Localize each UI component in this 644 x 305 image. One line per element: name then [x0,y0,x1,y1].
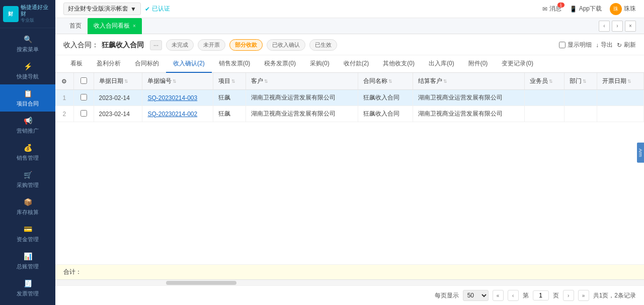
status-incomplete-button[interactable]: 未完成 [166,39,194,51]
next-page-button[interactable]: › [563,290,574,301]
tab-2[interactable]: 合同标的 [128,55,166,73]
sidebar-item-4[interactable]: 💰销售管理 [0,139,55,166]
page-label: 页 [553,291,559,300]
sidebar-item-7[interactable]: 💳资金管理 [0,220,55,247]
row-salesman-1 [525,106,565,122]
sidebar-item-1[interactable]: ⚡快捷导航 [0,57,55,84]
row-project-0: 狂飙 [213,90,246,106]
tab-5[interactable]: 税务发票(0) [257,55,303,73]
last-page-button[interactable]: » [578,290,589,301]
row-contract-0: 狂飙收入合同 [358,90,413,106]
prev-page-button[interactable]: ‹ [508,290,519,301]
sort-dept-icon: ⇅ [583,79,587,84]
sidebar-item-6[interactable]: 📦库存核算 [0,193,55,220]
refresh-button[interactable]: ↻ 刷新 [617,41,636,49]
user-avatar[interactable]: 珠 珠珠 [610,3,636,15]
page-size-select[interactable]: 50 100 200 [463,290,489,301]
certified-check-icon: ✔ [145,6,150,13]
sidebar-item-10[interactable]: 🏛税务管理 [0,301,55,305]
tab-9[interactable]: 出入库(0) [422,55,461,73]
tab-3[interactable]: 收入确认(2) [166,55,212,73]
sidebar-icon-4: 💰 [23,143,33,153]
tab-prev-button[interactable]: ‹ [599,21,610,32]
show-detail-label: 显示明细 [568,41,592,49]
page-title: 收入合同： 狂飙收入合同 [63,41,144,50]
sidebar-icon-1: ⚡ [23,61,33,71]
tab-6[interactable]: 采购(0) [303,55,337,73]
tab-7[interactable]: 收付款(2) [337,55,376,73]
title-prefix: 收入合同： [63,41,99,50]
sidebar-label-9: 发票管理 [17,290,39,297]
sidebar-icon-9: 🧾 [23,278,33,288]
th-billing-customer: 结算客户⇅ [413,73,524,90]
row-checkbox-1[interactable] [80,110,87,117]
export-button[interactable]: ↓ 导出 [596,41,613,49]
sidebar-icon-5: 🛒 [23,170,33,180]
topbar: 好业财专业版演示帐套 ▼ ✔ 已认证 ✉ 消息 1 📱 App下载 珠 珠珠 [55,0,644,18]
row-project-1: 狂飙 [213,106,246,122]
app-download-button[interactable]: 📱 App下载 [570,5,602,13]
row-salesman-0 [525,90,565,106]
row-number-link-0[interactable]: SQ-20230214-003 [147,94,197,101]
row-checkbox-0[interactable] [80,94,87,100]
sidebar-item-9[interactable]: 🧾发票管理 [0,274,55,301]
horizontal-scrollbar[interactable] [55,279,644,285]
export-label: 导出 [601,41,613,49]
tab-close-all-button[interactable]: × [625,21,636,32]
company-name: 好业财专业版演示帐套 [68,5,128,13]
sidebar-icon-7: 💳 [23,224,33,234]
sidebar-item-0[interactable]: 🔍搜索菜单 [0,30,55,57]
sidebar-icon-8: 📊 [23,251,33,261]
sidebar-item-5[interactable]: 🛒采购管理 [0,166,55,193]
page-total: 共1页，2条记录 [593,291,636,300]
content-area: 收入合同： 狂飙收入合同 ··· 未完成 未开票 部分收款 已收入确认 已生效 … [55,34,644,305]
row-num-0: 1 [55,90,73,106]
table-row[interactable]: 2 2023-02-14 SQ-20230214-002 狂飙 湖南卫视商业运营… [55,106,644,122]
footer-total-label: 合计： [63,268,82,275]
status-partial-button[interactable]: 部分收款 [229,39,263,51]
page-number-input[interactable] [533,290,549,300]
active-tab[interactable]: 收入合同看板 × [88,18,142,34]
app-download-label: App下载 [579,5,602,13]
tab-4[interactable]: 销售发票(0) [212,55,258,73]
status-effective-button[interactable]: 已生效 [309,39,337,51]
company-selector[interactable]: 好业财专业版演示帐套 ▼ [63,3,141,15]
status-confirmed-button[interactable]: 已收入确认 [267,39,305,51]
table-row[interactable]: 1 2023-02-14 SQ-20230214-003 狂飙 湖南卫视商业运营… [55,90,644,106]
sidebar-icon-0: 🔍 [23,34,33,44]
sidebar-label-0: 搜索菜单 [17,46,39,53]
scrollbar-thumb[interactable] [166,281,236,285]
pagination: 每页显示 50 100 200 « ‹ 第 页 › » 共1页，2条记录 [55,285,644,305]
sort-contract-icon: ⇅ [388,79,392,84]
sort-project-icon: ⇅ [231,79,235,84]
tab-1[interactable]: 盈利分析 [90,55,128,73]
status-uninvoiced-button[interactable]: 未开票 [198,39,225,51]
more-button[interactable]: ··· [150,40,162,50]
first-page-button[interactable]: « [493,290,504,301]
th-invoice-date: 开票日期⇅ [597,73,643,90]
tab-0[interactable]: 看板 [63,55,90,73]
show-detail-button[interactable]: 显示明细 [559,41,592,49]
sidebar-item-2[interactable]: 📋项目合同 [0,84,55,112]
export-icon: ↓ [596,42,599,49]
th-contract: 合同名称⇅ [358,73,413,90]
home-tab[interactable]: 首页 [63,18,88,34]
tab-11[interactable]: 变更记录(0) [495,55,540,73]
arm-label[interactable]: Arm [637,142,644,163]
sidebar-label-5: 采购管理 [17,181,39,189]
tab-8[interactable]: 其他收支(0) [376,55,422,73]
show-detail-checkbox[interactable] [559,42,566,48]
row-number-link-1[interactable]: SQ-20230214-002 [147,111,197,118]
select-all-checkbox[interactable] [80,77,87,84]
row-date-0: 2023-02-14 [94,90,142,106]
logo-sub: 专业版 [21,17,52,24]
tab-10[interactable]: 附件(0) [461,55,495,73]
sidebar-label-4: 销售管理 [17,154,39,162]
sidebar-item-8[interactable]: 📊总账管理 [0,247,55,274]
right-panel-toggle[interactable]: Arm [637,142,644,163]
sidebar-item-3[interactable]: 📢营销推广 [0,112,55,139]
sidebar-icon-2: 📋 [23,88,33,98]
tab-close-button[interactable]: × [133,23,136,29]
tab-next-button[interactable]: › [612,21,623,32]
message-button[interactable]: ✉ 消息 1 [542,5,561,13]
